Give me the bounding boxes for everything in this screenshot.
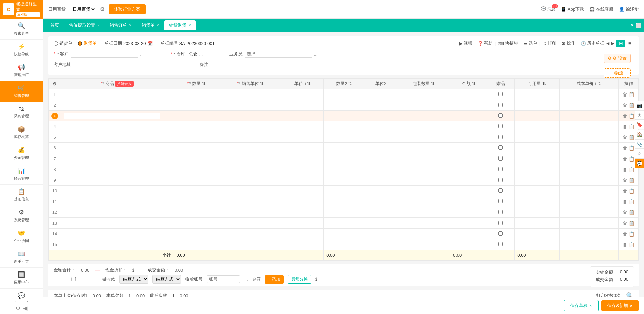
delete-icon[interactable]: 🗑 — [623, 145, 627, 151]
row-cost-price[interactable] — [559, 100, 618, 111]
row-pack-qty[interactable] — [397, 164, 450, 175]
help-btn[interactable]: ❓ 帮助 — [478, 40, 493, 46]
delete-icon[interactable]: 🗑 — [623, 210, 627, 215]
row-qty2[interactable] — [324, 100, 365, 111]
sidebar-item-corp[interactable]: 🤝 企业协同 — [0, 226, 43, 247]
address-input[interactable] — [73, 61, 167, 68]
side-btn-camera[interactable]: 📷 — [635, 101, 644, 110]
tab-sales-return-close[interactable]: × — [189, 23, 191, 28]
row-goods[interactable] — [61, 218, 174, 229]
col-settings[interactable]: ⚙ — [49, 79, 61, 89]
tab-sales-return[interactable]: 销货退货 × — [164, 20, 196, 30]
add-expense-btn[interactable]: + 添加 — [265, 275, 284, 284]
delete-icon[interactable]: 🗑 — [623, 92, 627, 97]
add-row-btn[interactable]: + — [51, 113, 58, 119]
user-profile-btn[interactable]: 👤 徐泽华 — [619, 6, 639, 12]
row-available[interactable] — [515, 153, 559, 164]
row-amount[interactable] — [450, 239, 487, 250]
gift-checkbox[interactable] — [498, 231, 503, 236]
sidebar-item-purchase[interactable]: 🛍 采购管理 — [0, 102, 43, 122]
radio-sale[interactable]: 销货单 — [54, 40, 72, 46]
gift-checkbox[interactable] — [498, 103, 503, 107]
row-unit2[interactable] — [365, 143, 397, 153]
account-dots[interactable]: ... — [244, 277, 248, 282]
operate-btn[interactable]: ⚙ 操作 — [561, 40, 575, 46]
row-unit[interactable] — [219, 153, 281, 164]
row-unit2[interactable] — [365, 218, 397, 229]
row-cost-price[interactable] — [559, 186, 618, 196]
row-unit[interactable] — [219, 164, 281, 175]
row-pack-qty[interactable] — [397, 196, 450, 207]
gift-checkbox[interactable] — [498, 221, 503, 225]
row-unit[interactable] — [219, 111, 281, 121]
row-available[interactable] — [515, 89, 559, 100]
row-amount[interactable] — [450, 186, 487, 196]
row-unit2[interactable] — [365, 121, 397, 132]
delete-icon[interactable]: 🗑 — [623, 199, 627, 204]
row-price[interactable] — [281, 175, 324, 186]
copy-icon[interactable]: 📋 — [629, 167, 634, 172]
tab-price-settings[interactable]: 售价提取设置 × — [64, 20, 104, 30]
row-qty2[interactable] — [324, 164, 365, 175]
row-amount[interactable] — [450, 100, 487, 111]
gift-checkbox[interactable] — [498, 242, 503, 246]
row-gift[interactable] — [487, 89, 515, 100]
copy-icon[interactable]: 📋 — [629, 124, 634, 129]
row-gift[interactable] — [487, 132, 515, 143]
row-goods[interactable] — [61, 196, 174, 207]
info-icon-expense[interactable]: ℹ — [315, 277, 317, 282]
row-qty[interactable] — [174, 196, 219, 207]
row-amount[interactable] — [450, 175, 487, 186]
delete-icon[interactable]: 🗑 — [623, 188, 627, 194]
copy-icon[interactable]: 📋 — [629, 231, 634, 237]
row-price[interactable] — [281, 218, 324, 229]
row-pack-qty[interactable] — [397, 229, 450, 239]
copy-icon[interactable]: 📋 — [629, 103, 634, 108]
calc-method-select[interactable]: 结算方式 — [152, 275, 181, 284]
sidebar-item-marketing[interactable]: 📢 营销推广 — [0, 60, 43, 81]
row-qty2[interactable] — [324, 153, 365, 164]
row-cost-price[interactable] — [559, 111, 618, 121]
row-qty2[interactable] — [324, 111, 365, 121]
row-cost-price[interactable] — [559, 132, 618, 143]
delete-icon[interactable]: 🗑 — [623, 156, 627, 162]
row-price[interactable] — [281, 143, 324, 153]
print-btn[interactable]: 🖨 打印 — [542, 40, 556, 46]
customer-dots[interactable]: ... — [140, 52, 144, 57]
row-available[interactable] — [515, 186, 559, 196]
delete-icon[interactable]: 🗑 — [623, 113, 627, 119]
calendar-icon[interactable]: 📅 — [147, 41, 153, 46]
row-available[interactable] — [515, 175, 559, 186]
goods-input[interactable] — [64, 113, 160, 119]
row-qty[interactable] — [174, 164, 219, 175]
info-icon-discount[interactable]: ℹ — [132, 268, 134, 273]
row-cost-price[interactable] — [559, 153, 618, 164]
row-unit[interactable] — [219, 218, 281, 229]
row-amount[interactable] — [450, 143, 487, 153]
row-available[interactable] — [515, 164, 559, 175]
delete-icon[interactable]: 🗑 — [623, 242, 627, 247]
row-unit2[interactable] — [365, 175, 397, 186]
row-cost-price[interactable] — [559, 121, 618, 132]
row-cost-price[interactable] — [559, 229, 618, 239]
sidebar-item-sales[interactable]: 🛒 销售管理 — [0, 81, 43, 102]
sidebar-item-inventory[interactable]: 📦 库存核算 — [0, 122, 43, 143]
row-price[interactable] — [281, 229, 324, 239]
row-amount[interactable] — [450, 111, 487, 121]
gift-checkbox[interactable] — [498, 145, 503, 150]
row-unit[interactable] — [219, 132, 281, 143]
gift-checkbox[interactable] — [498, 210, 503, 214]
row-unit[interactable] — [219, 229, 281, 239]
row-price[interactable] — [281, 89, 324, 100]
tab-sales-order[interactable]: 销售订单 × — [105, 20, 136, 30]
copy-icon[interactable]: 📋 — [629, 221, 634, 226]
row-pack-qty[interactable] — [397, 89, 450, 100]
row-qty[interactable] — [174, 175, 219, 186]
trial-btn[interactable]: 体验行业方案 — [109, 4, 146, 14]
info-icon-recv[interactable]: ℹ — [173, 293, 174, 297]
copy-icon[interactable]: 📋 — [629, 135, 634, 140]
row-gift[interactable] — [487, 239, 515, 250]
row-qty[interactable] — [174, 229, 219, 239]
staff-dots[interactable]: ... — [314, 52, 317, 57]
row-qty[interactable] — [174, 207, 219, 218]
